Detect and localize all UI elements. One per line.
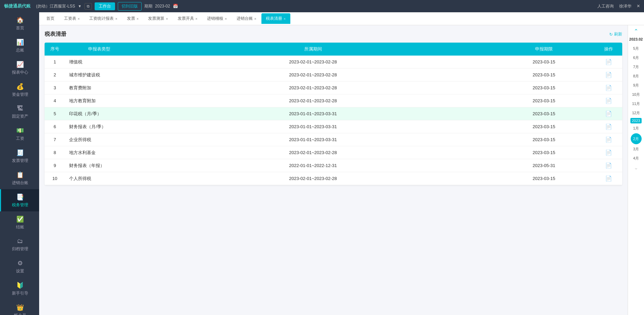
cell-type: 财务报表（月/季） xyxy=(65,120,133,133)
col-header-deadline: 申报期限 xyxy=(493,43,595,56)
tab-home[interactable]: 首页 xyxy=(42,13,59,24)
archive-icon: 🗂 xyxy=(17,238,23,245)
tab-invoice-calc-close[interactable]: × xyxy=(166,17,168,21)
panel-month-11[interactable]: 11月 xyxy=(630,100,642,108)
sidebar: 🏠 首页 📊 总账 📈 报表中心 💰 资金管理 🏗 固定资产 💵 工资 🧾 发票… xyxy=(0,12,39,315)
tab-sales-check-close[interactable]: × xyxy=(225,17,227,21)
tab-invoice[interactable]: 发票 × xyxy=(123,13,143,24)
cell-deadline: 2023-03-15 xyxy=(493,107,595,120)
sidebar-item-tax[interactable]: 📑 税务管理 xyxy=(0,189,39,211)
tab-tax-clear-close[interactable]: × xyxy=(284,17,286,21)
user-name[interactable]: 徐泽华 xyxy=(619,3,631,9)
tab-sales-ledger-close[interactable]: × xyxy=(254,17,256,21)
panel-year-badge[interactable]: 2023 xyxy=(630,118,641,123)
cell-deadline: 2023-03-15 xyxy=(493,56,595,69)
sidebar-item-member[interactable]: 👑 畅会员 xyxy=(0,300,39,315)
action-icon[interactable]: 📄 xyxy=(605,124,612,130)
sidebar-item-label: 进销台账 xyxy=(12,180,28,186)
sidebar-item-ledger[interactable]: 📊 总账 xyxy=(0,34,39,57)
panel-month-10[interactable]: 10月 xyxy=(630,90,642,99)
panel-month-5[interactable]: 5月 xyxy=(630,44,642,53)
tab-tax-clear[interactable]: 税表清册 × xyxy=(261,13,290,24)
cell-seq: 3 xyxy=(45,81,65,94)
tab-invoice-open[interactable]: 发票开具 × xyxy=(173,13,202,24)
tab-invoice-open-close[interactable]: × xyxy=(195,17,197,21)
cell-action[interactable]: 📄 xyxy=(595,159,622,172)
sidebar-item-label: 新手引导 xyxy=(12,290,28,296)
sidebar-item-settings[interactable]: ⚙ 设置 xyxy=(0,255,39,278)
panel-month-8[interactable]: 8月 xyxy=(630,72,642,80)
col-header-seq: 序号 xyxy=(45,43,65,56)
panel-month-2-active[interactable]: 2月 xyxy=(631,133,642,144)
sidebar-item-fund[interactable]: 💰 资金管理 xyxy=(0,79,39,101)
sidebar-item-salary[interactable]: 💵 工资 xyxy=(0,123,39,145)
panel-month-7[interactable]: 7月 xyxy=(630,63,642,71)
panel-month-1[interactable]: 1月 xyxy=(630,124,642,133)
sidebar-item-label: 资金管理 xyxy=(12,92,28,97)
calendar-icon[interactable]: 📅 xyxy=(173,4,178,9)
window-close-btn[interactable]: × xyxy=(637,3,640,9)
tab-invoice-calc[interactable]: 发票测算 × xyxy=(144,13,172,24)
action-icon[interactable]: 📄 xyxy=(605,150,612,155)
table-row: 9 财务报表（年报） 2022-01-01~2022-12-31 2023-05… xyxy=(45,159,622,172)
table-row: 6 财务报表（月/季） 2023-01-01~2023-03-31 2023-0… xyxy=(45,120,622,133)
panel-up-btn[interactable]: ⌃ xyxy=(634,28,638,34)
table-row: 5 印花税（月/季） 2023-01-01~2023-03-31 2023-03… xyxy=(45,107,622,120)
cell-action[interactable]: 📄 xyxy=(595,120,622,133)
action-icon[interactable]: 📄 xyxy=(605,72,612,78)
panel-month-3[interactable]: 3月 xyxy=(630,145,642,153)
cell-action[interactable]: 📄 xyxy=(595,94,622,107)
sidebar-item-report[interactable]: 📈 报表中心 xyxy=(0,57,39,79)
tab-salary[interactable]: 工资表 × xyxy=(60,13,84,24)
panel-month-6[interactable]: 6月 xyxy=(630,54,642,62)
action-icon[interactable]: 📄 xyxy=(605,137,612,142)
cell-seq: 4 xyxy=(45,94,65,107)
sidebar-item-settle[interactable]: ✅ 结账 xyxy=(0,211,39,234)
sidebar-item-home[interactable]: 🏠 首页 xyxy=(0,12,39,34)
tab-salary-report-close[interactable]: × xyxy=(115,17,117,21)
tab-sales-ledger[interactable]: 进销台账 × xyxy=(232,13,261,24)
sidebar-item-guide[interactable]: 🔰 新手引导 xyxy=(0,278,39,300)
cell-action[interactable]: 📄 xyxy=(595,133,622,146)
refresh-btn[interactable]: ↻ 刷新 xyxy=(609,31,622,37)
tab-salary-close[interactable]: × xyxy=(78,17,80,21)
action-icon[interactable]: 📄 xyxy=(605,59,612,65)
sidebar-item-reconcile[interactable]: 📋 进销台账 xyxy=(0,167,39,189)
cell-action[interactable]: 📄 xyxy=(595,107,622,120)
action-icon[interactable]: 📄 xyxy=(605,85,612,91)
ai-consult[interactable]: 人工咨询 xyxy=(597,3,614,9)
workbench-btn[interactable]: 工作台 xyxy=(95,2,115,10)
copy-btn[interactable]: ⧉ xyxy=(84,3,92,10)
tab-salary-report[interactable]: 工资统计报表 × xyxy=(85,13,122,24)
cell-action[interactable]: 📄 xyxy=(595,56,622,69)
switch-old-btn[interactable]: 切到旧版 xyxy=(118,2,142,11)
cell-action[interactable]: 📄 xyxy=(595,69,622,81)
tab-invoice-close[interactable]: × xyxy=(136,17,139,21)
sidebar-item-invoice[interactable]: 🧾 发票管理 xyxy=(0,145,39,167)
panel-month-12[interactable]: 12月 xyxy=(630,109,642,117)
right-panel: ⌃ 2023.02 5月 6月 7月 8月 9月 10月 11月 12月 202… xyxy=(628,25,644,315)
sidebar-item-fixed[interactable]: 🏗 固定资产 xyxy=(0,101,39,123)
ledger-icon: 📊 xyxy=(16,39,24,46)
table-row: 10 个人所得税 2023-02-01~2023-02-28 2023-03-1… xyxy=(45,172,622,185)
cell-action[interactable]: 📄 xyxy=(595,172,622,185)
action-icon[interactable]: 📄 xyxy=(605,163,612,168)
action-icon[interactable]: 📄 xyxy=(605,111,612,117)
sidebar-item-label: 税务管理 xyxy=(12,202,28,208)
tab-sales-check[interactable]: 进销稽核 × xyxy=(203,13,231,24)
sidebar-item-archive[interactable]: 🗂 归档管理 xyxy=(0,234,39,255)
cell-action[interactable]: 📄 xyxy=(595,146,622,159)
action-icon[interactable]: 📄 xyxy=(605,98,612,104)
action-icon[interactable]: 📄 xyxy=(605,176,612,181)
panel-month-9[interactable]: 9月 xyxy=(630,81,642,90)
cell-type: 财务报表（年报） xyxy=(65,159,133,172)
panel-down-btn[interactable]: ⌄ xyxy=(634,164,638,171)
cell-action[interactable]: 📄 xyxy=(595,81,622,94)
tab-invoice-open-label: 发票开具 xyxy=(178,16,194,21)
reconcile-icon: 📋 xyxy=(16,171,24,179)
tab-invoice-calc-label: 发票测算 xyxy=(148,16,164,21)
tab-home-label: 首页 xyxy=(46,16,54,21)
panel-month-4[interactable]: 4月 xyxy=(630,154,642,163)
cell-seq: 10 xyxy=(45,172,65,185)
company-dropdown[interactable]: ▼ xyxy=(78,4,82,8)
